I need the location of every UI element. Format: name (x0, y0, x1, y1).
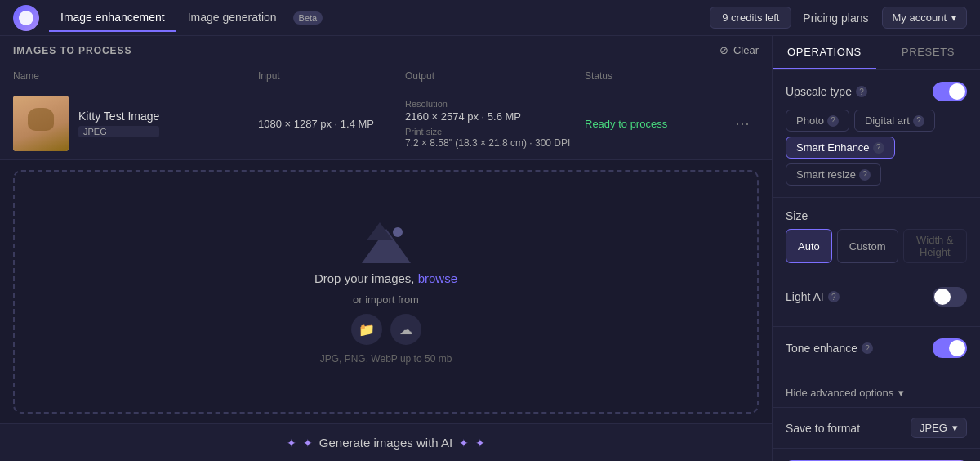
import-label: or import from (353, 293, 419, 306)
image-thumbnail (13, 96, 69, 151)
advanced-label: Hide advanced options (786, 387, 893, 399)
main-layout: IMAGES TO PROCESS ⊘ Clear Name Input Out… (0, 36, 980, 461)
panel-tabs: OPERATIONS PRESETS (773, 36, 980, 70)
account-button[interactable]: My account ▾ (882, 7, 967, 29)
photo-info-icon[interactable]: ? (827, 115, 839, 127)
print-size-value: 7.2 × 8.58" (18.3 × 21.8 cm) · 300 DPI (405, 137, 585, 149)
right-panel: OPERATIONS PRESETS Upscale type ? Photo … (772, 36, 980, 461)
upscale-info-icon[interactable]: ? (856, 86, 867, 97)
save-format-label: Save to format (786, 422, 860, 435)
sparkle-icon-left: ✦ (287, 436, 296, 450)
chevron-down-icon: ▾ (952, 422, 958, 434)
clear-button[interactable]: ⊘ Clear (719, 44, 759, 56)
logo (13, 5, 39, 31)
more-options-button[interactable]: ⋯ (726, 114, 759, 132)
nav-enhancement[interactable]: Image enhancement (49, 4, 176, 32)
type-buttons: Photo ? Digital art ? Smart Enhance ? Sm… (786, 110, 967, 186)
toggle-knob-light (934, 289, 951, 305)
chevron-down-icon: ▾ (951, 12, 956, 24)
sparkle-icon-right2: ✦ (475, 436, 485, 450)
type-digital-art-button[interactable]: Digital art ? (854, 110, 935, 132)
nav-links: Image enhancement Image generation Beta (49, 4, 323, 32)
sparkle-icon-left2: ✦ (303, 436, 313, 450)
toggle-knob (949, 83, 965, 100)
browse-link[interactable]: browse (418, 271, 457, 285)
resolution-value: 2160 × 2574 px · 5.6 MP (405, 110, 585, 123)
type-photo-button[interactable]: Photo ? (786, 110, 849, 132)
output-cell: Resolution 2160 × 2574 px · 5.6 MP Print… (405, 99, 585, 149)
image-cell: Kitty Test Image JPEG (13, 96, 258, 151)
col-input: Input (258, 70, 405, 82)
input-cell: 1080 × 1287 px · 1.4 MP (258, 118, 405, 130)
images-to-process-title: IMAGES TO PROCESS (13, 45, 719, 56)
cat-image (13, 96, 69, 151)
table-header: Name Input Output Status (0, 65, 772, 87)
print-size-label: Print size (405, 127, 585, 137)
size-section: Size Auto Custom Width & Height (773, 198, 980, 275)
clear-icon: ⊘ (719, 44, 728, 56)
upscale-type-section: Upscale type ? Photo ? Digital art ? Sma… (773, 70, 980, 198)
images-header: IMAGES TO PROCESS ⊘ Clear (0, 36, 772, 65)
upscale-type-label: Upscale type ? (786, 85, 867, 98)
resolution-label: Resolution (405, 99, 585, 109)
size-auto-button[interactable]: Auto (786, 229, 832, 263)
upscale-type-row: Upscale type ? (786, 82, 967, 101)
col-output: Output (405, 70, 585, 82)
credits-button[interactable]: 9 credits left (710, 7, 791, 29)
size-buttons: Auto Custom Width & Height (786, 229, 967, 263)
light-ai-row: Light AI ? (786, 287, 967, 307)
tab-operations[interactable]: OPERATIONS (773, 36, 876, 69)
format-value: JPEG (920, 422, 947, 434)
image-table: Name Input Output Status Kitty Test Imag… (0, 65, 772, 160)
tab-presets[interactable]: PRESETS (876, 36, 980, 69)
size-custom-button[interactable]: Custom (837, 229, 898, 263)
smart-enhance-info-icon[interactable]: ? (873, 142, 884, 154)
tone-enhance-toggle[interactable] (933, 338, 967, 358)
beta-badge: Beta (293, 11, 323, 25)
top-nav: Image enhancement Image generation Beta … (0, 0, 980, 36)
tone-enhance-label: Tone enhance ? (786, 342, 873, 355)
tone-enhance-info-icon[interactable]: ? (862, 342, 873, 354)
nav-generation[interactable]: Image generation (176, 4, 288, 32)
size-width-height-button[interactable]: Width & Height (903, 229, 967, 263)
generate-label: Generate images with AI (319, 436, 452, 450)
save-format-row: Save to format JPEG ▾ (773, 408, 980, 449)
tone-enhance-section: Tone enhance ? (773, 327, 980, 378)
size-label: Size (786, 209, 967, 222)
light-ai-label: Light AI ? (786, 290, 840, 303)
format-select[interactable]: JPEG ▾ (911, 418, 967, 438)
format-badge: JPEG (78, 126, 159, 137)
status-cell: Ready to process (585, 118, 726, 130)
image-info: Kitty Test Image JPEG (78, 110, 159, 137)
col-actions (726, 70, 759, 82)
digital-art-info-icon[interactable]: ? (913, 115, 924, 127)
advanced-options-toggle[interactable]: Hide advanced options ▾ (773, 378, 980, 408)
generate-banner[interactable]: ✦ ✦ Generate images with AI ✦ ✦ (0, 423, 772, 461)
drop-label: Drop your images, (314, 271, 418, 285)
drop-text: Drop your images, browse (314, 271, 457, 285)
toggle-knob-tone (949, 340, 965, 356)
upscale-toggle[interactable] (933, 82, 967, 101)
table-row: Kitty Test Image JPEG 1080 × 1287 px · 1… (0, 87, 772, 159)
col-status: Status (585, 70, 726, 82)
light-ai-section: Light AI ? (773, 275, 980, 327)
light-ai-info-icon[interactable]: ? (828, 291, 840, 302)
mountain-icon (362, 222, 411, 263)
pricing-link[interactable]: Pricing plans (803, 11, 868, 25)
logo-icon (19, 11, 33, 25)
smart-resize-info-icon[interactable]: ? (859, 169, 871, 181)
col-name: Name (13, 70, 258, 82)
tone-enhance-row: Tone enhance ? (786, 338, 967, 358)
upload-icon (362, 219, 411, 263)
clear-label: Clear (733, 44, 759, 56)
light-ai-toggle[interactable] (933, 287, 967, 307)
account-label: My account (893, 11, 947, 24)
type-smart-enhance-button[interactable]: Smart Enhance ? (786, 137, 895, 159)
chevron-up-icon: ▾ (898, 387, 904, 399)
left-panel: IMAGES TO PROCESS ⊘ Clear Name Input Out… (0, 36, 772, 461)
folder-import-button[interactable]: 📁 (351, 314, 382, 345)
drop-zone[interactable]: Drop your images, browse or import from … (13, 170, 759, 414)
type-smart-resize-button[interactable]: Smart resize ? (786, 163, 881, 186)
circle-icon (393, 227, 403, 237)
cloud-import-button[interactable]: ☁ (390, 314, 421, 345)
